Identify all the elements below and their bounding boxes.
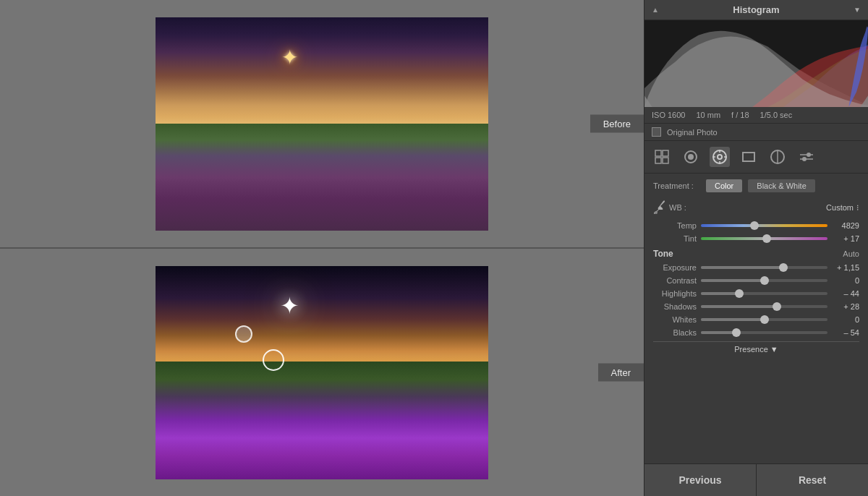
- grid-tool-icon[interactable]: [652, 147, 672, 167]
- highlights-value: – 44: [832, 289, 859, 298]
- highlights-label: Highlights: [653, 289, 697, 298]
- temp-slider-row: Temp 4829: [653, 221, 859, 230]
- whites-thumb[interactable]: [760, 315, 769, 324]
- highlights-slider-row: Highlights – 44: [653, 289, 859, 298]
- highlights-thumb[interactable]: [735, 289, 744, 298]
- highlights-fill: [701, 292, 739, 295]
- previous-button[interactable]: Previous: [644, 464, 757, 496]
- exposure-slider[interactable]: [701, 266, 827, 269]
- right-panel: ▲ Histogram ▼ ISO 1600 10 mm: [644, 0, 868, 496]
- bw-treatment-button[interactable]: Black & White: [748, 179, 814, 192]
- svg-rect-6: [663, 158, 668, 163]
- presence-label: Presence: [734, 345, 767, 354]
- svg-rect-5: [655, 158, 661, 163]
- contrast-label: Contrast: [653, 276, 697, 285]
- svg-point-22: [655, 211, 658, 214]
- contrast-thumb[interactable]: [760, 276, 769, 285]
- tone-curve-icon[interactable]: [796, 147, 817, 167]
- original-photo-row: Original Photo: [644, 124, 868, 141]
- field-before: [156, 124, 488, 231]
- before-panel: Before: [0, 0, 644, 249]
- brush-tool-icon[interactable]: [710, 147, 730, 167]
- focal-value: 10 mm: [696, 111, 720, 119]
- after-button[interactable]: After: [598, 364, 644, 382]
- field-after: [156, 362, 488, 479]
- tint-slider-row: Tint + 17: [653, 234, 859, 243]
- treatment-label: Treatment :: [653, 181, 700, 190]
- crop-tool-icon[interactable]: [681, 147, 701, 167]
- exposure-value: + 1,15: [832, 263, 859, 272]
- exposure-thumb[interactable]: [779, 263, 788, 272]
- sky-before: [156, 17, 488, 134]
- whites-slider-row: Whites 0: [653, 315, 859, 324]
- svg-rect-3: [655, 150, 661, 156]
- photo-area: Before After: [0, 0, 644, 496]
- svg-point-10: [718, 155, 722, 159]
- after-panel: After: [0, 249, 644, 496]
- auto-tone-button[interactable]: Auto: [843, 249, 859, 258]
- exposure-slider-row: Exposure + 1,15: [653, 263, 859, 272]
- blacks-value: – 54: [832, 328, 859, 337]
- iso-value: ISO 1600: [652, 111, 685, 119]
- whites-fill: [701, 318, 765, 321]
- gradient-tool-icon[interactable]: [767, 147, 788, 167]
- shadows-slider[interactable]: [701, 305, 827, 308]
- tone-title: Tone: [653, 249, 673, 259]
- rect-tool-icon[interactable]: [739, 147, 759, 167]
- adjustment-brush-small[interactable]: [235, 325, 252, 343]
- whites-label: Whites: [653, 315, 697, 324]
- before-photo-frame: [156, 17, 488, 231]
- treatment-row: Treatment : Color Black & White: [653, 179, 859, 192]
- color-treatment-button[interactable]: Color: [706, 179, 742, 192]
- wb-row: WB : Custom ⁝: [653, 200, 859, 215]
- contrast-fill: [701, 279, 765, 282]
- histogram-triangle-icon: ▲: [652, 6, 659, 14]
- temp-slider[interactable]: [701, 224, 827, 227]
- wb-chevron-icon: ⁝: [856, 203, 859, 213]
- reset-button[interactable]: Reset: [757, 464, 868, 496]
- blacks-slider[interactable]: [701, 331, 827, 334]
- blacks-thumb[interactable]: [732, 328, 741, 337]
- histogram-chevron-icon[interactable]: ▼: [854, 6, 861, 14]
- adjustment-brush-large[interactable]: [263, 349, 284, 371]
- temp-label: Temp: [653, 221, 697, 230]
- blacks-fill: [701, 331, 736, 334]
- contrast-value: 0: [832, 276, 859, 285]
- highlights-slider[interactable]: [701, 292, 827, 295]
- before-photo: [156, 17, 488, 231]
- after-photo: [156, 266, 488, 479]
- bottom-buttons: Previous Reset: [644, 463, 868, 496]
- temp-thumb[interactable]: [750, 221, 759, 230]
- tint-label: Tint: [653, 234, 697, 243]
- svg-point-21: [802, 157, 807, 161]
- svg-point-19: [807, 153, 811, 157]
- fstop-value: f / 18: [731, 111, 749, 119]
- original-photo-checkbox[interactable]: [652, 127, 661, 137]
- contrast-slider-row: Contrast 0: [653, 276, 859, 285]
- whites-value: 0: [832, 315, 859, 324]
- blacks-slider-row: Blacks – 54: [653, 328, 859, 337]
- camera-info: ISO 1600 10 mm f / 18 1/5.0 sec: [644, 107, 868, 124]
- before-button[interactable]: Before: [590, 115, 644, 133]
- histogram-svg: [644, 20, 868, 107]
- exposure-label: Exposure: [653, 263, 697, 272]
- histogram-title: Histogram: [733, 4, 779, 15]
- contrast-slider[interactable]: [701, 279, 827, 282]
- histogram-header: ▲ Histogram ▼: [644, 0, 868, 20]
- wb-value-display[interactable]: Custom ⁝: [826, 203, 859, 213]
- blacks-label: Blacks: [653, 328, 697, 337]
- whites-slider[interactable]: [701, 318, 827, 321]
- exposure-fill: [701, 266, 783, 269]
- shadows-slider-row: Shadows + 28: [653, 302, 859, 311]
- histogram-display: [644, 20, 868, 107]
- after-photo-frame: [156, 266, 488, 479]
- svg-rect-4: [663, 150, 668, 156]
- shadows-fill: [701, 305, 777, 308]
- shadows-thumb[interactable]: [773, 302, 781, 311]
- tint-slider[interactable]: [701, 237, 827, 240]
- wb-custom-value: Custom: [826, 203, 854, 212]
- tone-section-header: Tone Auto: [653, 249, 859, 259]
- eyedropper-icon[interactable]: [653, 200, 666, 215]
- tint-thumb[interactable]: [762, 234, 771, 243]
- shadows-label: Shadows: [653, 302, 697, 311]
